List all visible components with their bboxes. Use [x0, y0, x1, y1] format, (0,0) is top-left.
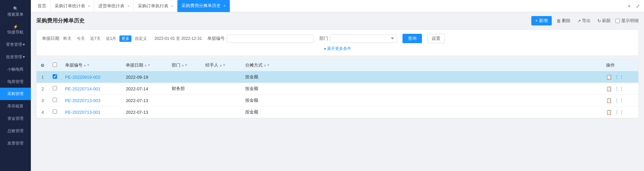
- export-button[interactable]: ↗ 导出: [575, 16, 593, 25]
- sidebar-item-xiaodian[interactable]: 小畅电商: [0, 63, 31, 76]
- doc-no-link[interactable]: PE-20220919-002: [65, 75, 101, 80]
- chevron-down-icon: ▾: [23, 54, 25, 60]
- sidebar-item-finance[interactable]: 资金管理: [0, 112, 31, 125]
- row-checkbox[interactable]: [53, 86, 57, 90]
- sidebar-item-wholesale[interactable]: 批发管理 ▾: [0, 51, 31, 63]
- sidebar-item-ecommerce[interactable]: 电商管理: [0, 76, 31, 88]
- row-doc-no: PE-20220713-003: [61, 95, 122, 106]
- docno-input[interactable]: [227, 34, 314, 43]
- sidebar-item-label: 发票管理: [1, 141, 30, 146]
- tab-label: 采购费用分摊单历史: [181, 3, 221, 9]
- row-checkbox-cell[interactable]: [49, 95, 61, 106]
- tab-close-icon[interactable]: ×: [127, 4, 129, 8]
- date-btn-more[interactable]: 更多: [119, 35, 131, 42]
- sidebar-item-inventory[interactable]: 库存核算: [0, 100, 31, 112]
- filter-row: 单据日期 昨天 今天 近7天 近1月 更多 自定义 2022-01-01 至 2…: [42, 34, 633, 43]
- date-btn-1month[interactable]: 近1月: [104, 35, 118, 42]
- doc-no-link[interactable]: PE-20220714-001: [65, 86, 101, 91]
- tab-purchase-split[interactable]: 采购费用分摊单历史 ×: [177, 0, 230, 12]
- more-icon[interactable]: ⋮⋮: [614, 109, 624, 115]
- tab-purchase-exec[interactable]: 采购订单执行表 ×: [134, 0, 177, 12]
- sort-split-method[interactable]: 分摊方式 ▲▼: [245, 62, 270, 68]
- row-doc-date: 2022-07-13: [122, 106, 168, 118]
- show-cols-toggle[interactable]: 显示明细: [615, 18, 639, 24]
- dept-filter-group: 部门: [319, 34, 397, 43]
- col-doc-date[interactable]: 单据日期 ▲▼: [122, 60, 168, 71]
- more-icon[interactable]: ⋮⋮: [614, 86, 624, 91]
- sidebar-item-label: 总账管理: [1, 128, 30, 134]
- date-filter-group: 单据日期 昨天 今天 近7天 近1月 更多 自定义: [42, 35, 149, 42]
- query-button[interactable]: 查询: [402, 34, 422, 43]
- date-btn-today[interactable]: 今天: [75, 35, 87, 42]
- sort-dept[interactable]: 部门 ▲▼: [172, 62, 188, 68]
- sidebar-item-purchase[interactable]: 采购管理: [0, 88, 31, 100]
- more-icon[interactable]: ⋮⋮: [614, 98, 624, 103]
- sidebar-item-search[interactable]: 🔍 搜索菜单: [0, 3, 31, 21]
- page-header: 采购费用分摊单历史 + 新增 🗑 删除 ↗ 导出 ↻ 刷新 显示明细: [36, 16, 639, 25]
- settings-button[interactable]: 设置: [427, 34, 445, 43]
- doc-no-link[interactable]: PE-20220713-003: [65, 98, 101, 103]
- sidebar-item-ledger[interactable]: 总账管理: [0, 125, 31, 137]
- date-btn-custom[interactable]: 自定义: [133, 35, 149, 42]
- row-split-method: 按金额: [241, 95, 602, 106]
- sidebar-item-quick[interactable]: ⚡ 快捷导航: [0, 21, 31, 39]
- window-close-btn[interactable]: ×: [627, 3, 632, 9]
- row-checkbox-cell[interactable]: [49, 106, 61, 118]
- tab-close-icon[interactable]: ×: [223, 4, 225, 8]
- table-body: 1 PE-20220919-002 2022-09-19 按金额 📋 ⋮⋮ 2: [37, 71, 638, 118]
- tab-close-icon[interactable]: ×: [171, 4, 173, 8]
- more-icon[interactable]: ⋮⋮: [614, 74, 624, 80]
- col-split-method[interactable]: 分摊方式 ▲▼: [241, 60, 602, 71]
- view-icon[interactable]: 📋: [606, 86, 612, 91]
- expand-more-btn[interactable]: ▾ 展开更多条件: [324, 46, 351, 52]
- row-checkbox-cell[interactable]: [49, 83, 61, 95]
- show-cols-checkbox[interactable]: [615, 19, 620, 23]
- sidebar-item-invoice[interactable]: 发票管理: [0, 137, 31, 150]
- view-icon[interactable]: 📋: [606, 109, 612, 115]
- date-btn-yesterday[interactable]: 昨天: [61, 35, 73, 42]
- tab-home[interactable]: 首页: [34, 0, 51, 12]
- row-doc-no: PE-20220919-002: [61, 71, 122, 83]
- tab-close-icon[interactable]: ×: [88, 4, 90, 8]
- tab-label: 进货单统计表: [98, 3, 124, 9]
- tab-label: 首页: [38, 3, 46, 9]
- view-icon[interactable]: 📋: [606, 98, 612, 103]
- row-checkbox[interactable]: [53, 109, 57, 114]
- sidebar-item-label: 库存核算: [1, 103, 30, 109]
- refresh-icon: ↻: [597, 18, 601, 23]
- col-settings[interactable]: ⚙: [37, 60, 49, 71]
- delete-button[interactable]: 🗑 删除: [554, 16, 573, 25]
- date-shortcuts: 昨天 今天 近7天 近1月 更多 自定义: [61, 35, 149, 42]
- sort-doc-date[interactable]: 单据日期 ▲▼: [126, 62, 151, 68]
- sidebar-item-label: 资金管理: [1, 116, 30, 121]
- col-dept[interactable]: 部门 ▲▼: [168, 60, 201, 71]
- doc-no-link[interactable]: PE-20220713-001: [65, 110, 101, 115]
- select-all-checkbox[interactable]: [53, 63, 57, 67]
- tab-purchase-stat[interactable]: 采购订单统计表 ×: [51, 0, 94, 12]
- col-handler[interactable]: 经手人 ▲▼: [201, 60, 241, 71]
- op-cell: 📋 ⋮⋮: [606, 109, 634, 115]
- tab-label: 采购订单统计表: [55, 3, 85, 9]
- row-checkbox-cell[interactable]: [49, 71, 61, 83]
- row-operation-cell: 📋 ⋮⋮: [602, 95, 638, 106]
- dept-label: 部门: [319, 35, 328, 41]
- dept-select[interactable]: [330, 34, 397, 43]
- refresh-button[interactable]: ↻ 刷新: [595, 16, 613, 25]
- row-checkbox[interactable]: [53, 98, 57, 102]
- delete-label: 删除: [562, 18, 571, 24]
- view-icon[interactable]: 📋: [606, 74, 612, 80]
- add-button[interactable]: + 新增: [531, 16, 552, 25]
- col-doc-no[interactable]: 单据编号 ▲▼: [61, 60, 122, 71]
- row-checkbox[interactable]: [53, 74, 57, 79]
- sidebar-item-label: 零售管理: [6, 42, 22, 48]
- window-expand-btn[interactable]: ⤢: [635, 3, 641, 9]
- sidebar-item-label: 小畅电商: [1, 67, 30, 72]
- sort-handler[interactable]: 经手人 ▲▼: [205, 62, 226, 68]
- chevron-down-icon: ▾: [23, 42, 25, 48]
- date-btn-7days[interactable]: 近7天: [88, 35, 103, 42]
- row-split-method: 按金额: [241, 83, 602, 95]
- sort-doc-no[interactable]: 单据编号 ▲▼: [65, 62, 90, 68]
- sidebar-item-retail[interactable]: 零售管理 ▾: [0, 38, 31, 51]
- main-container: 首页 采购订单统计表 × 进货单统计表 × 采购订单执行表 × 采购费用分摊单历…: [31, 0, 644, 171]
- tab-inbound-stat[interactable]: 进货单统计表 ×: [94, 0, 133, 12]
